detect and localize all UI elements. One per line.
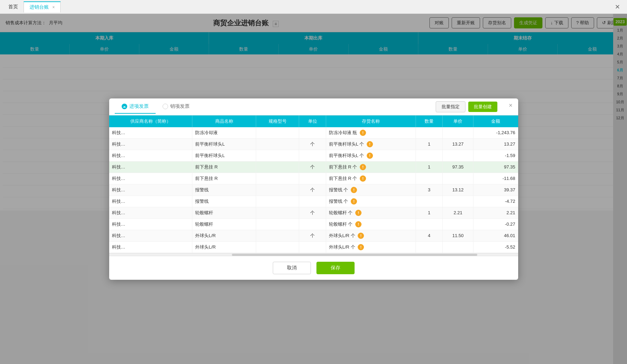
col-inventory-name: 存货名称 <box>326 115 416 127</box>
modal-overlay: ☁ 进项发票 □ 销项发票 批量指定 批量创建 × 供应 <box>0 14 627 364</box>
cell-supplier: 科技… <box>109 230 192 241</box>
cell-unit-price: 11.50 <box>443 230 473 241</box>
col-spec: 规格型号 <box>256 115 299 127</box>
cell-amount: 97.35 <box>473 161 518 173</box>
cell-inventory-name: 报警线 个 ! <box>326 196 416 207</box>
cell-inventory-name: 报警线 个 ! <box>326 184 416 196</box>
cell-spec <box>256 138 299 150</box>
cell-unit-price: 97.35 <box>443 161 473 173</box>
col-amount: 金额 <box>473 115 518 127</box>
cell-product-name: 外球头L/R <box>192 241 256 253</box>
col-qty: 数量 <box>416 115 442 127</box>
tab-bar: 首页 进销台账 × ✕ <box>0 0 627 14</box>
cell-unit-price <box>443 196 473 207</box>
cell-supplier: 科技… <box>109 184 192 196</box>
cell-amount: -1,243.76 <box>473 127 518 139</box>
cell-spec <box>256 241 299 253</box>
cell-inventory-name: 前下悬挂 R 个 ! <box>326 161 416 173</box>
cell-spec <box>256 184 299 196</box>
cell-spec <box>256 173 299 184</box>
tab-ledger[interactable]: 进销台账 × <box>24 1 61 12</box>
cell-product-name: 轮毂螺杆 <box>192 207 256 218</box>
cell-unit <box>299 241 326 253</box>
cell-amount: -1.59 <box>473 150 518 161</box>
table-row: 科技…报警线报警线 个 !-4.72 <box>109 196 518 207</box>
cell-unit: 个 <box>299 184 326 196</box>
tab-close-icon[interactable]: × <box>52 5 55 10</box>
table-row: 科技…前下悬挂 R前下悬挂 R 个 !-11.68 <box>109 173 518 184</box>
warning-icon: ! <box>367 141 373 147</box>
cell-inventory-name: 前下悬挂 R 个 ! <box>326 173 416 184</box>
modal-close-button[interactable]: × <box>509 102 513 109</box>
modal-table-wrap[interactable]: 供应商名称（简称） 商品名称 规格型号 单位 存货名称 数量 单价 金额 科技…… <box>109 115 518 253</box>
warning-icon: ! <box>358 233 364 239</box>
cell-spec <box>256 207 299 218</box>
cell-qty <box>416 218 442 230</box>
cell-unit: 个 <box>299 230 326 241</box>
window-close-button[interactable]: ✕ <box>611 3 624 11</box>
cell-inventory-name: 外球头L/R 个 ! <box>326 230 416 241</box>
main-content: 销售成本计算方法： 月平均 商贸企业进销台账 ≡ 对账 重新开账 存货别名 生成… <box>0 14 627 364</box>
modal-dialog: ☁ 进项发票 □ 销项发票 批量指定 批量创建 × 供应 <box>109 98 518 280</box>
cell-qty: 1 <box>416 207 442 218</box>
cell-product-name: 防冻冷却液 <box>192 127 256 139</box>
table-header-row: 供应商名称（简称） 商品名称 规格型号 单位 存货名称 数量 单价 金额 <box>109 115 518 127</box>
save-button[interactable]: 保存 <box>316 262 355 274</box>
col-product-name: 商品名称 <box>192 115 256 127</box>
cell-inventory-name: 外球头L/R 个 ! <box>326 241 416 253</box>
warning-icon: ! <box>351 198 357 205</box>
batch-create-button[interactable]: 批量创建 <box>468 102 497 112</box>
cell-amount: 39.37 <box>473 184 518 196</box>
batch-assign-button[interactable]: 批量指定 <box>436 101 465 112</box>
modal-footer: 取消 保存 <box>109 256 518 280</box>
table-row: 科技…前平衡杆球头L个前平衡杆球头L 个 !113.2713.27 <box>109 138 518 150</box>
cancel-button[interactable]: 取消 <box>273 262 311 274</box>
warning-icon: ! <box>355 221 362 227</box>
cell-product-name: 轮毂螺杆 <box>192 218 256 230</box>
cell-amount: -11.68 <box>473 173 518 184</box>
cell-qty <box>416 173 442 184</box>
cell-spec <box>256 218 299 230</box>
cell-supplier: 科技… <box>109 218 192 230</box>
modal-scrollbar[interactable] <box>109 253 518 256</box>
cell-product-name: 外球头L/R <box>192 230 256 241</box>
cell-amount: 13.27 <box>473 138 518 150</box>
modal-tab-bar: ☁ 进项发票 □ 销项发票 批量指定 批量创建 × <box>109 98 518 115</box>
cell-unit-price <box>443 150 473 161</box>
table-row: 科技…外球头L/R外球头L/R 个 !-5.52 <box>109 241 518 253</box>
cell-supplier: 科技… <box>109 161 192 173</box>
cell-spec <box>256 150 299 161</box>
modal-tab-actions: 批量指定 批量创建 <box>436 98 497 115</box>
modal-scrollbar-thumb <box>232 254 477 256</box>
table-row: 科技…轮毂螺杆轮毂螺杆 个 !-0.27 <box>109 218 518 230</box>
cell-qty: 1 <box>416 161 442 173</box>
warning-icon: ! <box>351 187 357 193</box>
modal-table: 供应商名称（简称） 商品名称 规格型号 单位 存货名称 数量 单价 金额 科技…… <box>109 115 518 253</box>
cell-amount: -4.72 <box>473 196 518 207</box>
cell-qty <box>416 127 442 139</box>
cell-qty: 4 <box>416 230 442 241</box>
cell-unit-price: 13.12 <box>443 184 473 196</box>
cell-unit <box>299 218 326 230</box>
cell-supplier: 科技… <box>109 127 192 139</box>
table-row: 科技…防冻冷却液防冻冷却液 瓶 !-1,243.76 <box>109 127 518 139</box>
cell-spec <box>256 127 299 139</box>
tab-purchase-invoice[interactable]: ☁ 进项发票 <box>115 100 156 114</box>
warning-icon: ! <box>360 130 366 136</box>
cell-amount: 2.21 <box>473 207 518 218</box>
col-unit: 单位 <box>299 115 326 127</box>
table-row: 科技…外球头L/R个外球头L/R 个 !411.5046.01 <box>109 230 518 241</box>
cell-unit: 个 <box>299 207 326 218</box>
tab-sales-invoice[interactable]: □ 销项发票 <box>156 100 197 114</box>
col-supplier: 供应商名称（简称） <box>109 115 192 127</box>
warning-icon: ! <box>360 164 366 170</box>
warning-icon: ! <box>367 153 373 159</box>
table-row: 科技…轮毂螺杆个轮毂螺杆 个 !12.212.21 <box>109 207 518 218</box>
cell-spec <box>256 230 299 241</box>
cell-qty: 1 <box>416 138 442 150</box>
cell-supplier: 科技… <box>109 207 192 218</box>
cell-qty <box>416 241 442 253</box>
cell-qty <box>416 196 442 207</box>
purchase-tab-icon: ☁ <box>122 104 127 109</box>
tab-home[interactable]: 首页 <box>3 2 24 12</box>
